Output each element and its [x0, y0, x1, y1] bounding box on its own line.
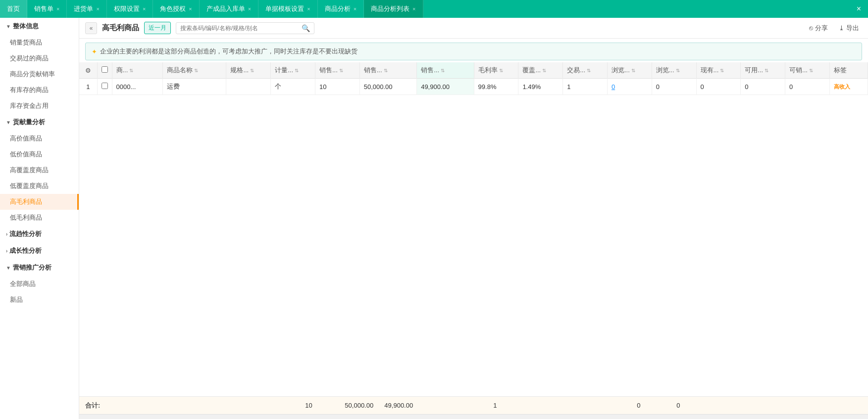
- filter-recent-month-button[interactable]: 近一月: [144, 22, 171, 34]
- sidebar-item-low-margin[interactable]: 低毛利商品: [0, 210, 79, 226]
- nav-tab-roles[interactable]: 角色授权 ×: [153, 0, 199, 18]
- footer-transactions: 1: [489, 402, 529, 409]
- sidebar-group-growth[interactable]: › 成长性分析: [0, 242, 79, 259]
- col-gross-rate: 毛利率 ⇅: [474, 62, 518, 79]
- nav-tab-analysis[interactable]: 商品分析 ×: [318, 0, 364, 18]
- arrow-contribution-icon: ▼: [6, 120, 11, 125]
- table-wrapper: ⚙ 商... ⇅ 商品名称: [79, 62, 868, 396]
- global-close-button[interactable]: ×: [850, 0, 868, 18]
- sidebar-item-new-goods[interactable]: 新品: [0, 292, 79, 308]
- sort-spec-icon[interactable]: ⇅: [250, 68, 254, 73]
- nav-tab-home[interactable]: 首页: [0, 0, 27, 18]
- sidebar-item-low-coverage[interactable]: 低覆盖度商品: [0, 178, 79, 194]
- sort-name-icon[interactable]: ⇅: [194, 68, 198, 73]
- col-available: 可用... ⇅: [741, 62, 785, 79]
- info-banner: ✦ 企业的主要的利润都是这部分商品创造的，可考虑加大推广，同时关注库存是不要出现…: [85, 43, 862, 60]
- col-code: 商... ⇅: [112, 62, 163, 79]
- tag-label: 高收入: [834, 84, 850, 90]
- share-button[interactable]: ⎋ 分享: [806, 22, 831, 34]
- sidebar-item-high-value[interactable]: 高价值商品: [0, 131, 79, 146]
- page-title: 高毛利商品: [102, 23, 139, 33]
- table-header-row: ⚙ 商... ⇅ 商品名称: [79, 62, 868, 79]
- cell-unit: 个: [271, 79, 315, 95]
- collapse-sidebar-button[interactable]: «: [85, 22, 97, 34]
- close-template-tab-icon[interactable]: ×: [307, 6, 310, 12]
- search-input[interactable]: [180, 25, 300, 32]
- horizontal-scrollbar[interactable]: [79, 414, 868, 419]
- sort-coverage-icon[interactable]: ⇅: [542, 68, 546, 73]
- views1-link[interactable]: 0: [612, 83, 615, 91]
- cell-gross-rate: 99.8%: [474, 79, 518, 95]
- arrow-overall-icon: ▼: [6, 24, 11, 29]
- nav-tab-template[interactable]: 单据模板设置 ×: [258, 0, 317, 18]
- col-sales-amount: 销售... ⇅: [359, 62, 416, 79]
- sort-transactions-icon[interactable]: ⇅: [587, 68, 591, 73]
- col-index: ⚙: [79, 62, 97, 79]
- sidebar-group-marketing[interactable]: ▼ 营销推广分析: [0, 259, 79, 276]
- sidebar-item-sales-goods[interactable]: 销量货商品: [0, 35, 79, 50]
- settings-icon[interactable]: ⚙: [85, 67, 91, 74]
- sidebar-item-high-coverage[interactable]: 高覆盖度商品: [0, 162, 79, 178]
- sidebar-item-low-value[interactable]: 低价值商品: [0, 146, 79, 162]
- cell-code: 0000...: [112, 79, 163, 95]
- nav-tab-production[interactable]: 产成品入库单 ×: [200, 0, 258, 18]
- sort-sales-qty-icon[interactable]: ⇅: [339, 68, 343, 73]
- sidebar-group-flow[interactable]: › 流趋性分析: [0, 226, 79, 242]
- sort-sales-amount-icon[interactable]: ⇅: [384, 68, 388, 73]
- sidebar-group-overall[interactable]: ▼ 整体信息: [0, 18, 79, 35]
- sort-sellable-icon[interactable]: ⇅: [809, 68, 813, 73]
- close-permissions-tab-icon[interactable]: ×: [143, 6, 146, 12]
- sort-code-icon[interactable]: ⇅: [129, 68, 133, 73]
- export-button[interactable]: ⤓ 导出: [836, 22, 862, 34]
- col-spec: 规格... ⇅: [226, 62, 271, 79]
- sidebar: ▼ 整体信息 销量货商品 交易过的商品 商品分贡献销率 有库存的商品 库存资金占…: [0, 18, 79, 419]
- sort-views1-icon[interactable]: ⇅: [631, 68, 635, 73]
- close-analysis-tab-icon[interactable]: ×: [354, 6, 357, 12]
- sidebar-item-high-margin[interactable]: 高毛利商品: [0, 194, 79, 210]
- sidebar-item-stock-capital[interactable]: 库存资金占用: [0, 98, 79, 114]
- top-navigation: 首页 销售单 × 进货单 × 权限设置 × 角色授权 × 产成品入库单 × 单据…: [0, 0, 868, 18]
- sidebar-item-all-goods[interactable]: 全部商品: [0, 276, 79, 292]
- col-stock: 现有... ⇅: [696, 62, 741, 79]
- cell-views1: 0: [607, 79, 652, 95]
- nav-tab-purchase[interactable]: 进货单 ×: [67, 0, 106, 18]
- cell-tag: 高收入: [829, 79, 868, 95]
- cell-views2: 0: [652, 79, 696, 95]
- cell-name: 运费: [163, 79, 226, 95]
- close-production-tab-icon[interactable]: ×: [248, 6, 251, 12]
- select-all-checkbox[interactable]: [102, 66, 108, 73]
- col-checkbox: [97, 62, 112, 79]
- sort-stock-icon[interactable]: ⇅: [720, 68, 724, 73]
- close-purchase-tab-icon[interactable]: ×: [96, 6, 99, 12]
- sidebar-group-contribution[interactable]: ▼ 贡献量分析: [0, 114, 79, 131]
- cell-checkbox: [97, 79, 112, 95]
- close-analysis-list-tab-icon[interactable]: ×: [412, 6, 415, 12]
- sidebar-item-stocked-goods[interactable]: 有库存的商品: [0, 82, 79, 98]
- nav-tab-sales[interactable]: 销售单 ×: [27, 0, 67, 18]
- sort-views2-icon[interactable]: ⇅: [676, 68, 680, 73]
- col-views2: 浏览... ⇅: [652, 62, 696, 79]
- sort-available-icon[interactable]: ⇅: [765, 68, 768, 73]
- content-header: « 高毛利商品 近一月 🔍 ⎋ 分享 ⤓ 导出: [79, 18, 868, 39]
- content-area: « 高毛利商品 近一月 🔍 ⎋ 分享 ⤓ 导出 ✦ 企业的主要的利润都是这部分商…: [79, 18, 868, 419]
- table-row: 1 0000... 运费 个 10 50,000.00 49,900.00 99…: [79, 79, 868, 95]
- nav-tab-permissions[interactable]: 权限设置 ×: [107, 0, 153, 18]
- footer-sales-amount: 50,000.00: [341, 402, 380, 409]
- cell-sales-profit: 49,900.00: [417, 79, 474, 95]
- close-sales-tab-icon[interactable]: ×: [56, 6, 59, 12]
- search-icon[interactable]: 🔍: [302, 24, 310, 32]
- cell-stock: 0: [696, 79, 741, 95]
- sort-sales-profit-icon[interactable]: ⇅: [441, 68, 445, 73]
- sort-unit-icon[interactable]: ⇅: [295, 68, 299, 73]
- sidebar-item-contribution-rate[interactable]: 商品分贡献销率: [0, 66, 79, 82]
- search-box: 🔍: [176, 22, 314, 34]
- col-sales-profit: 销售... ⇅: [417, 62, 474, 79]
- sidebar-item-traded-goods[interactable]: 交易过的商品: [0, 50, 79, 66]
- row-checkbox[interactable]: [102, 83, 108, 89]
- main-layout: ▼ 整体信息 销量货商品 交易过的商品 商品分贡献销率 有库存的商品 库存资金占…: [0, 18, 868, 419]
- star-icon: ✦: [92, 48, 97, 55]
- nav-tab-analysis-list[interactable]: 商品分析列表 ×: [364, 0, 423, 18]
- sort-gross-rate-icon[interactable]: ⇅: [499, 68, 503, 73]
- cell-sellable: 0: [785, 79, 830, 95]
- close-roles-tab-icon[interactable]: ×: [189, 6, 192, 12]
